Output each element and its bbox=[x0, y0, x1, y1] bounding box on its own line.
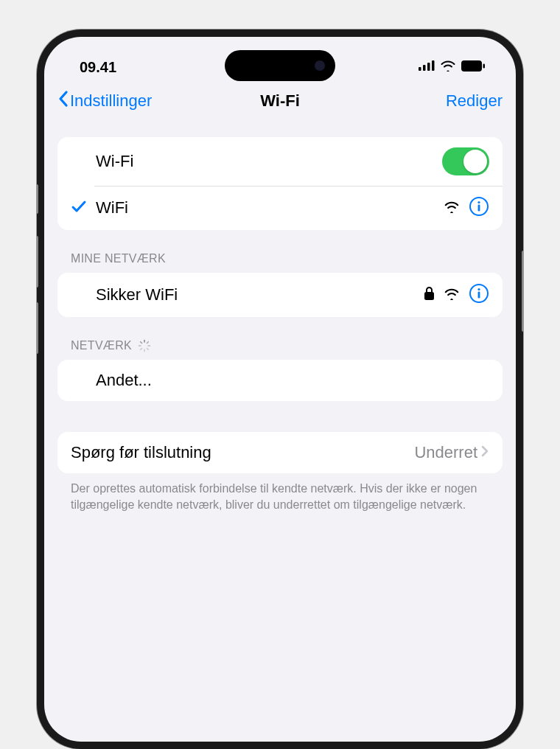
edit-button[interactable]: Rediger bbox=[446, 91, 503, 111]
checkmark-icon bbox=[71, 198, 85, 217]
network-name: Sikker WiFi bbox=[96, 285, 424, 304]
connected-network-name: WiFi bbox=[96, 198, 444, 217]
info-icon[interactable] bbox=[469, 283, 489, 307]
page-title: Wi-Fi bbox=[260, 91, 300, 111]
ask-to-join-value: Underret bbox=[414, 443, 477, 462]
networks-header-label: NETVÆRK bbox=[71, 339, 132, 352]
chevron-right-icon bbox=[480, 445, 489, 461]
svg-line-17 bbox=[141, 342, 142, 344]
svg-line-19 bbox=[141, 349, 142, 350]
status-time: 09.41 bbox=[80, 59, 116, 76]
cellular-icon bbox=[419, 60, 435, 74]
wifi-main-card: Wi-Fi WiFi bbox=[57, 137, 503, 230]
svg-rect-5 bbox=[483, 63, 486, 68]
chevron-left-icon bbox=[57, 90, 69, 112]
ask-to-join-row[interactable]: Spørg før tilslutning Underret bbox=[57, 432, 503, 473]
wifi-signal-icon bbox=[444, 201, 460, 216]
other-network-label: Andet... bbox=[96, 371, 489, 390]
dynamic-island bbox=[225, 50, 335, 81]
ask-to-join-card: Spørg før tilslutning Underret bbox=[57, 432, 503, 473]
status-indicators bbox=[419, 60, 485, 74]
battery-icon bbox=[461, 60, 485, 74]
toggle-knob bbox=[463, 150, 487, 173]
wifi-icon bbox=[440, 60, 456, 74]
my-networks-header: MINE NETVÆRK bbox=[57, 230, 503, 273]
side-button bbox=[37, 184, 38, 214]
side-button bbox=[37, 236, 38, 288]
networks-header: NETVÆRK bbox=[57, 317, 503, 360]
other-networks-card: Andet... bbox=[57, 360, 503, 401]
wifi-signal-icon bbox=[444, 288, 460, 303]
ask-to-join-label: Spørg før tilslutning bbox=[71, 443, 414, 462]
svg-point-7 bbox=[477, 201, 480, 203]
navigation-bar: Indstillinger Wi-Fi Rediger bbox=[44, 81, 516, 122]
svg-rect-4 bbox=[461, 60, 482, 72]
side-button bbox=[37, 302, 38, 354]
svg-rect-8 bbox=[478, 205, 480, 212]
spinner-icon bbox=[138, 339, 151, 352]
content: Wi-Fi WiFi bbox=[44, 122, 516, 512]
back-label: Indstillinger bbox=[70, 91, 152, 111]
lock-icon bbox=[424, 286, 435, 304]
wifi-toggle[interactable] bbox=[442, 147, 489, 175]
svg-rect-2 bbox=[427, 63, 430, 71]
network-row[interactable]: Sikker WiFi bbox=[57, 273, 503, 317]
screen: 09.41 bbox=[44, 37, 516, 742]
svg-rect-9 bbox=[424, 292, 434, 300]
my-networks-card: Sikker WiFi bbox=[57, 273, 503, 317]
wifi-toggle-label: Wi-Fi bbox=[96, 152, 442, 171]
ask-to-join-footer: Der oprettes automatisk forbindelse til … bbox=[57, 473, 503, 512]
side-button bbox=[522, 251, 523, 332]
other-network-row[interactable]: Andet... bbox=[57, 360, 503, 401]
wifi-toggle-row: Wi-Fi bbox=[57, 137, 503, 186]
svg-point-11 bbox=[477, 288, 480, 290]
svg-rect-1 bbox=[423, 65, 426, 71]
phone-frame: 09.41 bbox=[37, 29, 523, 749]
spacer bbox=[57, 401, 503, 432]
connected-network-row[interactable]: WiFi bbox=[57, 186, 503, 230]
svg-rect-0 bbox=[419, 67, 421, 71]
info-icon[interactable] bbox=[469, 196, 489, 220]
svg-line-18 bbox=[147, 349, 149, 350]
back-button[interactable]: Indstillinger bbox=[57, 90, 152, 112]
svg-rect-3 bbox=[432, 60, 435, 71]
svg-rect-12 bbox=[478, 292, 480, 299]
svg-line-20 bbox=[147, 342, 149, 344]
